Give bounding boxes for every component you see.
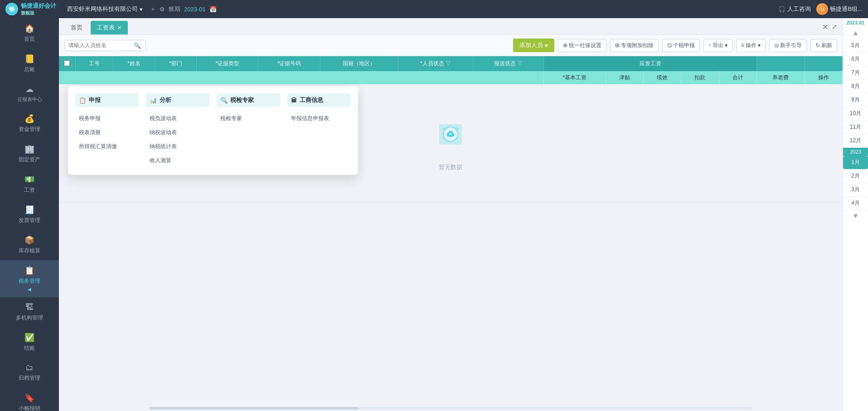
analysis-icon: 📊 — [150, 97, 157, 104]
cloud-icon: ☁ — [25, 84, 34, 94]
sidebar-item-multi-org[interactable]: 🏗 多机构管理 — [0, 297, 59, 327]
export-icon: ↑ — [708, 42, 711, 48]
sidebar-item-inventory[interactable]: 📦 库存核算 — [0, 230, 59, 260]
date-month-9-2022[interactable]: 9月 — [843, 93, 868, 107]
date-month-10-2022[interactable]: 10月 — [843, 107, 868, 121]
dropdown-item-tax-stats[interactable]: 纳税统计表 — [146, 140, 209, 154]
sub-performance: 绩效 — [643, 71, 681, 84]
calendar-icon[interactable]: 📅 — [209, 6, 217, 13]
date-month-1-2023[interactable]: 1月 — [843, 156, 868, 169]
filter-icon[interactable]: ▽ — [446, 60, 451, 67]
social-label: 统一社保设置 — [569, 42, 601, 49]
sidebar-item-salary[interactable]: 💵 工资 — [0, 169, 59, 199]
date-month-4-2023[interactable]: 4月 — [843, 197, 868, 210]
dropdown-item-income-estimate[interactable]: 收入测算 — [146, 154, 209, 168]
sub-operation: 操作 — [805, 71, 842, 84]
scrollbar-thumb[interactable] — [150, 407, 358, 410]
header-right: 🎧 人工咨询 U 畅捷通B组... — [778, 3, 863, 15]
table-sub-header-row: *基本工资 津贴 绩效 扣款 合计 养老费 操作 — [59, 71, 843, 84]
multi-org-icon: 🏗 — [25, 303, 34, 312]
invoice-icon: 🧾 — [24, 205, 34, 215]
date-month-12-2022[interactable]: 12月 — [843, 134, 868, 148]
company-selector[interactable]: 西安虾米网络科技有限公司 ▾ — [63, 5, 146, 13]
scroll-up-arrow[interactable]: ▲ — [850, 27, 861, 39]
maximize-icon[interactable]: ⤢ — [832, 23, 837, 30]
sidebar-item-label: 资金管理 — [19, 126, 40, 133]
declaration-icon: 📋 — [79, 97, 86, 104]
operation-button[interactable]: ≡ 操作 ▾ — [736, 39, 766, 52]
scroll-down-arrow[interactable]: ▼ — [850, 210, 861, 222]
dropdown-item-tax-table[interactable]: 税表清册 — [75, 126, 139, 140]
col-dept: *部门 — [155, 56, 196, 71]
dropdown-item-tax-declare[interactable]: 税务申报 — [75, 111, 139, 126]
refresh-icon: ↻ — [815, 42, 820, 48]
close-window-icon[interactable]: ✕ — [822, 23, 828, 31]
filter-icon[interactable]: ▽ — [517, 60, 523, 67]
search-input[interactable] — [68, 42, 132, 48]
report-icon: 🔖 — [24, 393, 34, 403]
sidebar-item-label: 首页 — [24, 35, 35, 43]
horizontal-scrollbar[interactable] — [59, 406, 843, 411]
special-label: 专项附加扣除 — [621, 42, 654, 49]
tax-declare-button[interactable]: ⊡ 个税申报 — [662, 39, 700, 52]
add-person-button[interactable]: 添加人员 ▾ — [513, 39, 554, 52]
date-month-6-2022[interactable]: 6月 — [843, 53, 868, 66]
year-2023-label: 2023 — [843, 148, 868, 156]
sidebar-item-invoice[interactable]: 🧾 发票管理 — [0, 199, 59, 230]
support-btn[interactable]: 🎧 人工咨询 — [778, 5, 811, 13]
tab-salary-table[interactable]: 工资表 ✕ — [91, 21, 128, 34]
tab-home[interactable]: 首页 — [64, 21, 89, 34]
sidebar-item-label: 固定资产 — [19, 156, 40, 164]
dropdown-item-tax-burden[interactable]: 税负波动表 — [146, 111, 209, 126]
special-deduction-button[interactable]: ⊞ 专项附加扣除 — [610, 39, 659, 52]
dropdown-item-tax-payment[interactable]: 纳税波动表 — [146, 126, 209, 140]
logo-area: 畅 畅捷通好会计 旗舰版 — [5, 2, 60, 16]
salary-icon: 💵 — [24, 174, 34, 184]
sidebar-item-label: 小畅报销 — [19, 405, 40, 411]
sidebar-item-fund[interactable]: 💰 资金管理 — [0, 108, 59, 139]
export-button[interactable]: ↑ 导出 ▾ — [703, 39, 732, 52]
date-month-5-2022[interactable]: 5月 — [843, 39, 868, 53]
col-group-salary: 应发工资 — [544, 56, 757, 71]
closing-icon: ✅ — [24, 333, 34, 343]
tab-close-icon[interactable]: ✕ — [117, 25, 121, 31]
refresh-button[interactable]: ↻ 刷新 — [810, 39, 837, 52]
headset-icon: 🎧 — [778, 6, 786, 13]
home-icon: 🏠 — [24, 24, 34, 34]
svg-rect-5 — [449, 131, 452, 133]
col-report-status: 报送状态 ▽ — [473, 56, 543, 71]
sidebar-item-ledger[interactable]: 📒 总账 — [0, 48, 59, 79]
table-header-row: 工号 *姓名 *部门 *证据类型 *证据号码 国籍（地区） *人员状态 ▽ 报送… — [59, 56, 843, 71]
sidebar-item-tax[interactable]: 📋 税务管理 ◀ — [0, 260, 59, 297]
right-date-sidebar: 2023.01 ▲ 5月 6月 7月 8月 9月 10月 11月 12月 202… — [843, 18, 868, 411]
svg-rect-7 — [447, 133, 449, 136]
dropdown-item-income-tax[interactable]: 所得税汇算清缴 — [75, 140, 139, 154]
col-check[interactable] — [59, 56, 75, 71]
empty-icon — [432, 115, 469, 158]
settings-icon[interactable]: ⚙ — [160, 6, 165, 13]
social-insurance-button[interactable]: ⊕ 统一社保设置 — [558, 39, 606, 52]
date-month-7-2022[interactable]: 7月 — [843, 66, 868, 80]
period-value[interactable]: 2023-01 — [184, 6, 206, 13]
sidebar-item-fixed-assets[interactable]: 🏢 固定资产 — [0, 139, 59, 169]
sidebar-item-home[interactable]: 🏠 首页 — [0, 18, 59, 48]
date-month-11-2022[interactable]: 11月 — [843, 121, 868, 134]
add-company-icon[interactable]: ＋ — [150, 5, 156, 13]
sub-base-salary: *基本工资 — [544, 71, 606, 84]
sidebar-item-closing[interactable]: ✅ 结账 — [0, 327, 59, 358]
col-id-type: *证据类型 — [196, 56, 258, 71]
date-month-8-2022[interactable]: 8月 — [843, 80, 868, 93]
user-menu[interactable]: U 畅捷通B组... — [816, 3, 863, 15]
dropdown-section-tax-expert: 🔍 税检专家 税检专家 — [217, 93, 280, 168]
date-month-2-2023[interactable]: 2月 — [843, 169, 868, 183]
guide-button[interactable]: ◎ 新手引导 — [769, 39, 807, 52]
date-header: 2023.01 — [845, 18, 867, 27]
sidebar-item-cloud-report[interactable]: ☁ 云报表中心 — [0, 79, 59, 108]
dropdown-item-annual-report[interactable]: 年报信息申报表 — [287, 111, 351, 126]
select-all-checkbox[interactable] — [64, 60, 70, 66]
tax-expert-icon: 🔍 — [220, 97, 228, 104]
sidebar-item-reports[interactable]: 🔖 小畅报销 — [0, 387, 59, 411]
dropdown-item-tax-expert[interactable]: 税检专家 — [217, 111, 280, 126]
sidebar-item-archive[interactable]: 🗂 归档管理 — [0, 358, 59, 387]
date-month-3-2023[interactable]: 3月 — [843, 183, 868, 197]
